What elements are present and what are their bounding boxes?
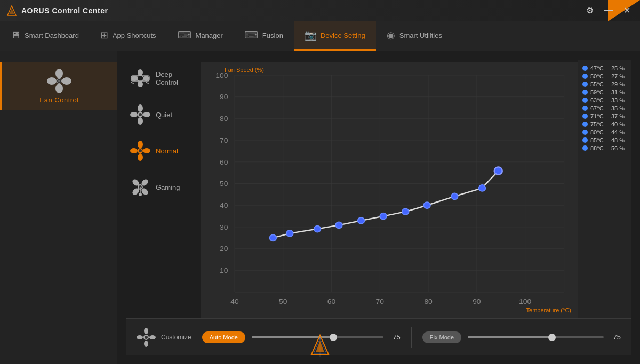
aorus-bottom-logo [308, 333, 332, 357]
content-area: DeepControl Quiet [117, 51, 640, 364]
svg-point-74 [270, 234, 277, 241]
svg-point-14 [131, 76, 138, 81]
fan-modes: DeepControl Quiet [126, 60, 201, 318]
svg-point-3 [55, 69, 63, 78]
svg-text:50: 50 [220, 180, 228, 188]
customize-section: Customize [137, 328, 191, 347]
nav-bar: 🖥 Smart Dashboard ⊞ App Shortcuts ⌨ Mana… [0, 21, 640, 51]
legend-item-0: 47°C 25 % [582, 65, 627, 71]
svg-point-79 [380, 213, 387, 220]
legend-dot-0 [582, 66, 588, 71]
legend-item-4: 63°C 33 % [582, 97, 627, 103]
legend-dot-5 [582, 106, 588, 111]
fix-mode-slider-thumb[interactable] [548, 334, 556, 341]
legend-item-8: 80°C 44 % [582, 129, 627, 135]
fix-mode-slider-fill [468, 336, 552, 338]
title-controls: ⚙ — ✕ [583, 4, 634, 17]
legend-dot-8 [582, 130, 588, 135]
legend-dot-6 [582, 114, 588, 119]
svg-text:60: 60 [220, 158, 228, 166]
customize-icon [137, 328, 156, 347]
settings-button[interactable]: ⚙ [583, 4, 597, 17]
smart-dashboard-icon: 🖥 [11, 30, 20, 41]
legend-item-6: 71°C 37 % [582, 113, 627, 119]
manager-icon: ⌨ [178, 29, 191, 41]
fan-mode-gaming[interactable]: Gaming [126, 174, 194, 200]
svg-text:70: 70 [220, 136, 228, 144]
bottom-controls: Customize Auto Mode 75 Fix Mode [126, 318, 631, 355]
svg-point-28 [139, 149, 142, 152]
sidebar-item-fan-control[interactable]: Fan Control [0, 62, 117, 110]
tab-smart-utilities[interactable]: ◉ Smart Utilities [376, 21, 453, 51]
legend-item-5: 67°C 35 % [582, 105, 627, 111]
fan-mode-normal[interactable]: Normal [126, 137, 194, 164]
normal-label: Normal [156, 147, 178, 155]
legend-temp-1: 50°C [590, 73, 609, 79]
svg-line-16 [146, 82, 149, 84]
fan-control-label: Fan Control [39, 96, 78, 104]
legend-dot-4 [582, 98, 588, 103]
auto-mode-button[interactable]: Auto Mode [202, 331, 245, 343]
controls-divider [411, 327, 412, 348]
svg-text:90: 90 [220, 93, 228, 101]
svg-point-35 [139, 193, 142, 196]
fix-mode-button[interactable]: Fix Mode [422, 331, 461, 343]
chart-row: DeepControl Quiet [126, 60, 631, 318]
minimize-button[interactable]: — [601, 4, 616, 17]
tab-device-setting[interactable]: 📷 Device Setting [294, 21, 376, 51]
legend-pct-9: 48 % [611, 137, 625, 143]
legend-item-10: 88°C 56 % [582, 145, 627, 151]
legend-pct-5: 35 % [611, 105, 625, 111]
legend: 47°C 25 % 50°C 27 % 55°C 29 % 59°C 31 % [578, 60, 631, 318]
legend-pct-3: 31 % [611, 89, 625, 95]
smart-utilities-icon: ◉ [387, 29, 395, 41]
legend-item-1: 50°C 27 % [582, 73, 627, 79]
legend-dot-3 [582, 90, 588, 95]
svg-point-76 [314, 226, 321, 232]
svg-line-15 [131, 82, 134, 84]
tab-fusion[interactable]: ⌨ Fusion [234, 21, 294, 51]
svg-text:20: 20 [220, 245, 228, 253]
svg-point-82 [451, 193, 458, 199]
tab-manager[interactable]: ⌨ Manager [167, 21, 234, 51]
legend-pct-0: 25 % [611, 65, 625, 71]
legend-dot-9 [582, 137, 588, 143]
fan-speed-chart[interactable]: Fan Speed (%) Temperature (°C) [201, 62, 578, 318]
svg-point-24 [138, 141, 143, 148]
svg-point-8 [58, 80, 60, 82]
legend-temp-3: 59°C [590, 89, 609, 95]
fan-mode-deep-control[interactable]: DeepControl [126, 65, 194, 92]
legend-pct-2: 29 % [611, 81, 625, 87]
legend-item-3: 59°C 31 % [582, 89, 627, 95]
gaming-label: Gaming [156, 183, 180, 191]
svg-point-25 [143, 148, 150, 153]
svg-text:40: 40 [230, 297, 238, 305]
legend-temp-0: 47°C [590, 65, 609, 71]
svg-point-6 [47, 77, 57, 85]
svg-text:90: 90 [473, 297, 481, 305]
legend-dot-7 [582, 122, 588, 127]
svg-point-10 [137, 75, 143, 82]
svg-point-78 [358, 217, 365, 224]
fix-mode-slider[interactable]: 75 [468, 333, 621, 341]
svg-text:80: 80 [220, 115, 228, 123]
legend-pct-6: 37 % [611, 113, 625, 119]
svg-point-4 [62, 77, 71, 85]
tab-app-shortcuts[interactable]: ⊞ App Shortcuts [90, 21, 167, 51]
svg-text:60: 60 [327, 297, 335, 305]
svg-point-18 [138, 104, 143, 112]
legend-dot-2 [582, 82, 588, 87]
svg-point-27 [130, 148, 138, 153]
tab-smart-dashboard[interactable]: 🖥 Smart Dashboard [0, 21, 90, 51]
close-button[interactable]: ✕ [620, 4, 634, 17]
legend-item-2: 55°C 29 % [582, 81, 627, 87]
svg-point-81 [423, 202, 430, 208]
legend-item-7: 75°C 40 % [582, 121, 627, 127]
deep-control-label: DeepControl [156, 70, 178, 86]
svg-point-84 [494, 167, 502, 174]
svg-point-88 [144, 341, 148, 347]
svg-text:50: 50 [279, 297, 287, 305]
fusion-icon: ⌨ [244, 29, 258, 41]
fan-mode-quiet[interactable]: Quiet [126, 101, 194, 128]
svg-text:100: 100 [215, 71, 228, 79]
